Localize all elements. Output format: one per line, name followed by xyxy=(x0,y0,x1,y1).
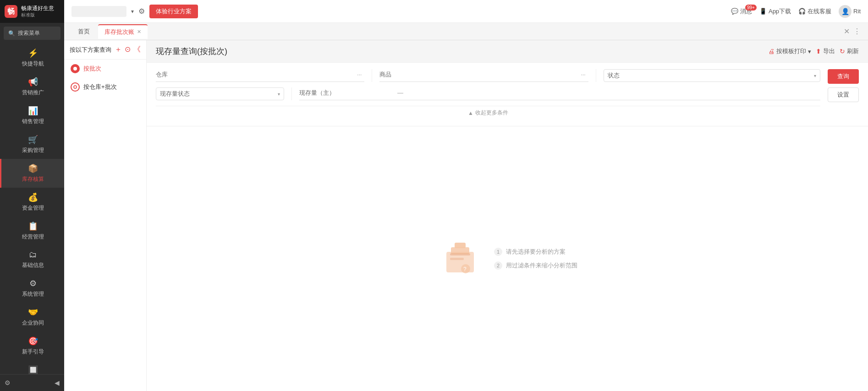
nav-icon-marketing: 📢 xyxy=(28,77,38,87)
collapse-filter-btn[interactable]: ▲ 收起更多条件 xyxy=(156,106,820,119)
sidebar-item-finance[interactable]: 💰 资金管理 xyxy=(0,188,64,217)
inventory-main-max-input[interactable] xyxy=(407,89,462,96)
warehouse-input[interactable] xyxy=(171,71,354,78)
inventory-main-min-input[interactable] xyxy=(339,89,394,96)
filter-top-row: 仓库 ··· 商品 ··· xyxy=(156,69,859,119)
product-field: 商品 ··· xyxy=(379,69,588,82)
sidebar-item-purchase[interactable]: 🛒 采购管理 xyxy=(0,130,64,159)
scheme-panel: 按以下方案查询 ＋ ⊙ 《 按批次 按仓库+批次 xyxy=(64,40,147,391)
scheme-panel-header: 按以下方案查询 ＋ ⊙ 《 xyxy=(64,40,146,60)
sidebar-item-apps[interactable]: 🔲 应用中心 xyxy=(0,360,64,374)
tab-inventory-batch[interactable]: 库存批次账 ✕ xyxy=(98,24,148,39)
sidebar-item-inventory[interactable]: 📦 库存核算 xyxy=(0,159,64,188)
print-icon: 🖨 xyxy=(768,48,775,55)
sidebar-item-operation[interactable]: 📋 经营管理 xyxy=(0,217,64,245)
topbar-search-input[interactable] xyxy=(71,6,126,17)
page-header: 现存量查询(按批次) 🖨 按模板打印 ▾ ⬆ 导出 ↻ 刷新 xyxy=(147,40,868,63)
product-more-icon[interactable]: ··· xyxy=(578,71,588,78)
nav-icon-inventory: 📦 xyxy=(28,163,38,174)
empty-tips: 1 请先选择要分析的方案 2 用过滤条件来缩小分析范围 xyxy=(494,248,577,270)
sidebar-footer: ⚙ ◀ xyxy=(0,374,64,391)
refresh-btn[interactable]: ↻ 刷新 xyxy=(840,47,859,55)
nav-icon-system: ⚙ xyxy=(29,278,37,288)
settings-btn[interactable]: 设置 xyxy=(828,87,859,102)
sidebar-item-marketing[interactable]: 📢 营销推广 xyxy=(0,72,64,101)
filter-area: 仓库 ··· 商品 ··· xyxy=(147,63,868,126)
collapse-scheme-btn[interactable]: 《 xyxy=(133,45,141,54)
tabbar: 首页 库存批次账 ✕ ✕ ⋮ xyxy=(64,23,868,40)
user-avatar[interactable]: 👤 Rit xyxy=(839,5,861,18)
topbar: ▾ ⚙ 体验行业方案 💬 消息 99+ 📱 App下载 🎧 在线客服 👤 Rit xyxy=(64,0,868,23)
svg-rect-5 xyxy=(450,253,470,255)
main-area: ▾ ⚙ 体验行业方案 💬 消息 99+ 📱 App下载 🎧 在线客服 👤 Rit xyxy=(64,0,868,391)
topbar-dropdown-icon[interactable]: ▾ xyxy=(131,8,134,15)
refresh-icon: ↻ xyxy=(840,48,845,55)
inventory-status-dropdown-icon: ▾ xyxy=(278,92,280,97)
inventory-status-field[interactable]: 现存量状态 ▾ xyxy=(156,87,284,100)
page-header-actions: 🖨 按模板打印 ▾ ⬆ 导出 ↻ 刷新 xyxy=(768,47,859,55)
collapse-sidebar-btn[interactable]: ◀ xyxy=(55,379,60,386)
page-title: 现存量查询(按批次) xyxy=(156,46,227,57)
sidebar-nav: ⚡ 快捷导航 📢 营销推广 📊 销售管理 🛒 采购管理 📦 库存核算 💰 资金管… xyxy=(0,43,64,374)
nav-icon-finance: 💰 xyxy=(28,192,38,202)
svg-rect-6 xyxy=(450,258,464,260)
query-btn[interactable]: 查询 xyxy=(828,69,859,84)
sidebar-item-system[interactable]: ⚙ 系统管理 xyxy=(0,274,64,303)
topbar-gear-icon[interactable]: ⚙ xyxy=(138,7,145,16)
status-field[interactable]: 状态 ▾ xyxy=(604,69,820,82)
trial-btn[interactable]: 体验行业方案 xyxy=(149,5,198,18)
nav-icon-basic: 🗂 xyxy=(29,250,37,260)
scheme-icon-batch xyxy=(71,64,80,73)
sidebar-item-sales[interactable]: 📊 销售管理 xyxy=(0,101,64,130)
scheme-item-batch[interactable]: 按批次 xyxy=(64,60,146,78)
empty-tip-1: 1 请先选择要分析的方案 xyxy=(494,248,577,256)
panel-close-icon[interactable]: ✕ xyxy=(844,27,850,36)
svg-text:?: ? xyxy=(463,266,467,272)
inventory-main-field: 现存量（主） — xyxy=(299,87,820,100)
settings-scheme-btn[interactable]: ⊙ xyxy=(125,45,131,54)
export-icon: ⬆ xyxy=(816,48,821,55)
svg-point-1 xyxy=(74,86,77,88)
status-dropdown-icon: ▾ xyxy=(814,73,816,78)
filter-row-1: 仓库 ··· 商品 ··· xyxy=(156,69,820,82)
app-logo: 畅 xyxy=(5,5,17,18)
empty-state: ? 1 请先选择要分析的方案 2 用过滤条件来缩小分析范围 xyxy=(147,126,868,391)
search-menu[interactable]: 🔍 搜索菜单 xyxy=(4,27,60,40)
sidebar: 畅 畅康通好生意 标准版 🔍 搜索菜单 ⚡ 快捷导航 📢 营销推广 📊 销售管理… xyxy=(0,0,64,391)
sidebar-item-quick-nav[interactable]: ⚡ 快捷导航 xyxy=(0,43,64,72)
nav-icon-sales: 📊 xyxy=(28,106,38,116)
panel-menu-icon[interactable]: ⋮ xyxy=(853,27,861,36)
action-btns: 查询 设置 xyxy=(828,69,859,102)
sidebar-item-newbie[interactable]: 🎯 新手引导 xyxy=(0,331,64,360)
nav-icon-apps: 🔲 xyxy=(28,365,38,374)
settings-icon[interactable]: ⚙ xyxy=(5,379,11,386)
tab-panel-close: ✕ ⋮ xyxy=(844,27,861,36)
warehouse-field: 仓库 ··· xyxy=(156,69,364,82)
svg-point-0 xyxy=(73,67,77,71)
product-input[interactable] xyxy=(395,71,578,78)
nav-icon-operation: 📋 xyxy=(28,221,38,231)
nav-icon-newbie: 🎯 xyxy=(28,336,38,346)
sidebar-header: 畅 畅康通好生意 标准版 xyxy=(0,0,64,23)
sidebar-item-enterprise[interactable]: 🤝 企业协同 xyxy=(0,303,64,331)
add-scheme-btn[interactable]: ＋ xyxy=(115,45,122,54)
scheme-item-warehouse-batch[interactable]: 按仓库+批次 xyxy=(64,78,146,96)
app-download-btn[interactable]: 📱 App下载 xyxy=(759,7,791,16)
search-icon: 🔍 xyxy=(8,30,15,37)
sidebar-item-basic[interactable]: 🗂 基础信息 xyxy=(0,245,64,274)
topbar-right: 💬 消息 99+ 📱 App下载 🎧 在线客服 👤 Rit xyxy=(731,5,861,18)
online-service-btn[interactable]: 🎧 在线客服 xyxy=(798,7,831,16)
empty-icon: ? xyxy=(437,236,483,282)
scheme-icon-warehouse xyxy=(71,82,80,92)
nav-icon-purchase: 🛒 xyxy=(28,135,38,145)
tab-close-btn[interactable]: ✕ xyxy=(137,29,141,35)
app-title: 畅康通好生意 标准版 xyxy=(21,5,54,18)
print-dropdown-icon[interactable]: ▾ xyxy=(808,48,811,55)
warehouse-more-icon[interactable]: ··· xyxy=(354,71,364,78)
filter-fields: 仓库 ··· 商品 ··· xyxy=(156,69,820,119)
print-template-btn[interactable]: 🖨 按模板打印 ▾ xyxy=(768,47,811,55)
avatar-img: 👤 xyxy=(839,5,852,18)
tab-home[interactable]: 首页 xyxy=(71,25,96,38)
export-btn[interactable]: ⬆ 导出 xyxy=(816,47,835,55)
message-btn[interactable]: 💬 消息 99+ xyxy=(731,7,752,16)
